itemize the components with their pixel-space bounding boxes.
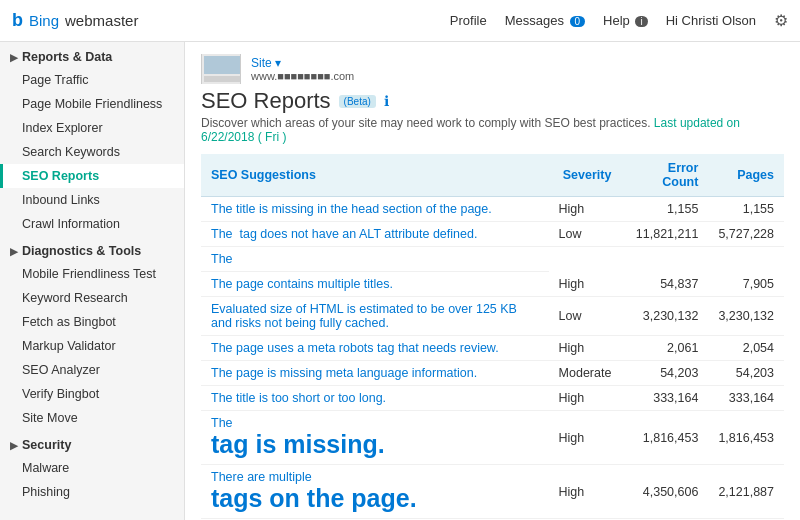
sidebar-item-page-traffic[interactable]: Page Traffic bbox=[0, 68, 184, 92]
svg-rect-2 bbox=[204, 76, 240, 82]
section-diagnostics[interactable]: ▶ Diagnostics & Tools bbox=[0, 236, 184, 262]
site-url: www.■■■■■■■■.com bbox=[251, 70, 354, 82]
error-count-cell: 3,230,132 bbox=[621, 297, 708, 336]
suggestion-cell[interactable]: The title is too short or too long. bbox=[201, 386, 549, 411]
arrow-icon: ▶ bbox=[10, 246, 18, 257]
webmaster-text: webmaster bbox=[65, 12, 138, 29]
error-count-cell: 11,821,211 bbox=[621, 222, 708, 247]
error-count-cell: 54,837 bbox=[621, 272, 708, 297]
pages-cell: 333,164 bbox=[708, 386, 784, 411]
table-row: The title is too short or too long. High… bbox=[201, 386, 784, 411]
help-badge: i bbox=[635, 16, 647, 27]
sidebar-item-page-mobile[interactable]: Page Mobile Friendliness bbox=[0, 92, 184, 116]
arrow-icon: ▶ bbox=[10, 52, 18, 63]
severity-cell: High bbox=[549, 386, 622, 411]
severity-cell: High bbox=[549, 411, 622, 465]
profile-link[interactable]: Profile bbox=[450, 13, 487, 28]
severity-cell: High bbox=[549, 197, 622, 222]
pages-cell: 2,121,887 bbox=[708, 465, 784, 519]
subtitle: Discover which areas of your site may ne… bbox=[201, 116, 784, 144]
pages-cell: 54,203 bbox=[708, 361, 784, 386]
table-row: The tag does not have an ALT attribute d… bbox=[201, 222, 784, 247]
section-label: Reports & Data bbox=[22, 50, 112, 64]
error-count-cell: 1,816,453 bbox=[621, 411, 708, 465]
col-header-severity: Severity bbox=[549, 154, 622, 197]
severity-cell: High bbox=[549, 336, 622, 361]
severity-cell: Low bbox=[549, 222, 622, 247]
col-header-suggestion: SEO Suggestions bbox=[201, 154, 549, 197]
sidebar-item-crawl-information[interactable]: Crawl Information bbox=[0, 212, 184, 236]
section-label: Security bbox=[22, 438, 71, 452]
sidebar-item-search-keywords[interactable]: Search Keywords bbox=[0, 140, 184, 164]
table-row: The page is missing meta language inform… bbox=[201, 361, 784, 386]
pages-cell: 2,054 bbox=[708, 336, 784, 361]
suggestion-cell[interactable]: The title is missing in the head section… bbox=[201, 197, 549, 222]
table-row: The page contains multiple titles. High … bbox=[201, 272, 784, 297]
user-menu[interactable]: Hi Christi Olson bbox=[666, 13, 756, 28]
site-header: Site ▾ www.■■■■■■■■.com bbox=[201, 54, 784, 84]
main-content: Site ▾ www.■■■■■■■■.com SEO Reports (Bet… bbox=[185, 42, 800, 520]
pages-cell: 5,727,228 bbox=[708, 222, 784, 247]
section-label: Diagnostics & Tools bbox=[22, 244, 141, 258]
table-row: The title is missing in the head section… bbox=[201, 197, 784, 222]
table-row: The tag contains additional tags.</td> <… bbox=[201, 247, 784, 272]
suggestion-cell[interactable]: The page contains multiple titles. bbox=[201, 272, 549, 297]
beta-badge: (Beta) bbox=[339, 95, 376, 108]
error-count-cell: 1,155 bbox=[621, 197, 708, 222]
sidebar-item-fetch-bingbot[interactable]: Fetch as Bingbot bbox=[0, 310, 184, 334]
sidebar: ▶ Reports & Data Page Traffic Page Mobil… bbox=[0, 42, 185, 520]
messages-link[interactable]: Messages 0 bbox=[505, 13, 585, 28]
suggestion-cell[interactable]: The page is missing meta language inform… bbox=[201, 361, 549, 386]
page-title: SEO Reports bbox=[201, 88, 331, 114]
site-info: Site ▾ www.■■■■■■■■.com bbox=[251, 56, 354, 82]
sidebar-item-keyword-research[interactable]: Keyword Research bbox=[0, 286, 184, 310]
section-reports-data[interactable]: ▶ Reports & Data bbox=[0, 42, 184, 68]
suggestion-cell[interactable]: The page uses a meta robots tag that nee… bbox=[201, 336, 549, 361]
error-count-cell: 2,061 bbox=[621, 336, 708, 361]
suggestion-cell[interactable]: The tag is missing. bbox=[201, 411, 549, 465]
sidebar-item-site-move[interactable]: Site Move bbox=[0, 406, 184, 430]
severity-cell: Low bbox=[549, 297, 622, 336]
suggestion-cell[interactable]: Evaluated size of HTML is estimated to b… bbox=[201, 297, 549, 336]
top-nav-links: Profile Messages 0 Help i Hi Christi Ols… bbox=[450, 11, 788, 30]
table-row: There are multiple tags on the page. Hig… bbox=[201, 465, 784, 519]
seo-table: SEO Suggestions Severity Error Count Pag… bbox=[201, 154, 784, 520]
error-count-cell: 333,164 bbox=[621, 386, 708, 411]
gear-icon[interactable]: ⚙ bbox=[774, 11, 788, 30]
sidebar-item-phishing[interactable]: Phishing bbox=[0, 480, 184, 504]
suggestion-cell[interactable]: The tag contains additional tags.</td> <… bbox=[201, 247, 549, 272]
page-title-row: SEO Reports (Beta) ℹ bbox=[201, 88, 784, 114]
sidebar-item-mobile-friendliness-test[interactable]: Mobile Friendliness Test bbox=[0, 262, 184, 286]
top-nav: b Bing webmaster Profile Messages 0 Help… bbox=[0, 0, 800, 42]
info-icon[interactable]: ℹ bbox=[384, 93, 389, 109]
main-layout: ▶ Reports & Data Page Traffic Page Mobil… bbox=[0, 42, 800, 520]
severity-cell: High bbox=[549, 465, 622, 519]
sidebar-item-inbound-links[interactable]: Inbound Links bbox=[0, 188, 184, 212]
svg-rect-1 bbox=[204, 56, 240, 74]
severity-cell: Moderate bbox=[549, 361, 622, 386]
logo: b Bing webmaster bbox=[12, 10, 138, 31]
sidebar-item-index-explorer[interactable]: Index Explorer bbox=[0, 116, 184, 140]
severity-cell: High bbox=[549, 272, 622, 297]
bing-text: Bing bbox=[29, 12, 59, 29]
bing-b-icon: b bbox=[12, 10, 23, 31]
messages-badge: 0 bbox=[570, 16, 586, 27]
error-count-cell: 4,350,606 bbox=[621, 465, 708, 519]
pages-cell: 1,816,453 bbox=[708, 411, 784, 465]
section-security[interactable]: ▶ Security bbox=[0, 430, 184, 456]
sidebar-item-seo-reports[interactable]: SEO Reports bbox=[0, 164, 184, 188]
arrow-icon: ▶ bbox=[10, 440, 18, 451]
pages-cell: 3,230,132 bbox=[708, 297, 784, 336]
site-dropdown[interactable]: Site ▾ bbox=[251, 56, 354, 70]
table-row: The page uses a meta robots tag that nee… bbox=[201, 336, 784, 361]
suggestion-cell[interactable]: The tag does not have an ALT attribute d… bbox=[201, 222, 549, 247]
help-link[interactable]: Help i bbox=[603, 13, 648, 28]
table-row: Evaluated size of HTML is estimated to b… bbox=[201, 297, 784, 336]
suggestion-cell[interactable]: There are multiple tags on the page. bbox=[201, 465, 549, 519]
sidebar-item-malware[interactable]: Malware bbox=[0, 456, 184, 480]
pages-cell: 7,905 bbox=[708, 272, 784, 297]
table-header-row: SEO Suggestions Severity Error Count Pag… bbox=[201, 154, 784, 197]
sidebar-item-seo-analyzer[interactable]: SEO Analyzer bbox=[0, 358, 184, 382]
sidebar-item-markup-validator[interactable]: Markup Validator bbox=[0, 334, 184, 358]
sidebar-item-verify-bingbot[interactable]: Verify Bingbot bbox=[0, 382, 184, 406]
